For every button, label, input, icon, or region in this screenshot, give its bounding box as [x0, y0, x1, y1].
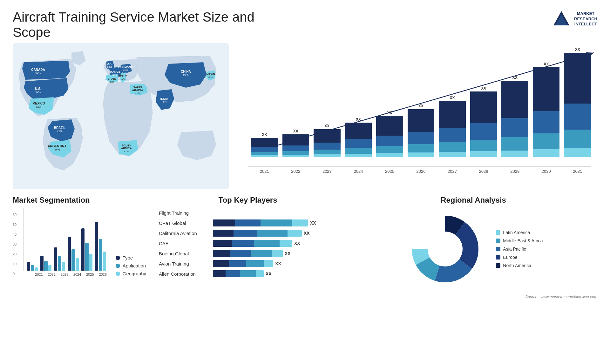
player-bar-inner	[213, 260, 273, 267]
player-bar-cae: XX	[213, 240, 337, 247]
legend-mea: Middle East & Africa	[496, 238, 543, 243]
top-section: CANADA xx% U.S. xx% MEXICO xx% BRAZIL xx…	[0, 43, 610, 189]
player-row-allen: Allen Corporation XX	[159, 270, 337, 277]
svg-text:xx%: xx%	[135, 92, 140, 95]
legend-north-america: North America	[496, 263, 543, 268]
svg-text:AFRICA: AFRICA	[121, 147, 132, 150]
player-bar-california: XX	[213, 230, 337, 237]
player-name-california: California Aviation	[159, 231, 210, 236]
player-name-cae: CAE	[159, 241, 210, 246]
year-label-2022: 2022	[282, 169, 309, 174]
world-map: CANADA xx% U.S. xx% MEXICO xx% BRAZIL xx…	[13, 43, 229, 189]
player-bar-inner	[213, 219, 308, 226]
player-xx: XX	[285, 251, 291, 256]
svg-text:xx%: xx%	[112, 73, 117, 76]
player-row-avion: Avion Training XX	[159, 260, 337, 267]
seg-bar-type	[27, 262, 30, 271]
player-bar-inner	[213, 240, 292, 247]
svg-text:SPAIN: SPAIN	[108, 77, 116, 80]
year-label-2031: 2031	[564, 169, 591, 174]
players-title: Top Key Players	[159, 196, 337, 205]
svg-text:MEXICO: MEXICO	[32, 102, 45, 105]
svg-text:xx%: xx%	[35, 91, 41, 94]
seg-group-2026	[95, 222, 106, 271]
year-label-2030: 2030	[533, 169, 560, 174]
seg-group-2023	[54, 247, 65, 271]
seg-bars-area: 2021 2022 2023 2024 2025 2026	[23, 208, 109, 276]
seg-bar-geo	[35, 267, 38, 271]
player-bar-avion: XX	[213, 260, 337, 267]
latin-color	[496, 230, 500, 235]
seg-group-2022	[40, 256, 51, 271]
player-name-avion: Avion Training	[159, 261, 210, 266]
player-row-flight-training: Flight Training	[159, 209, 337, 216]
svg-text:INDIA: INDIA	[160, 97, 168, 100]
logo: MARKET RESEARCH INTELLECT	[552, 10, 597, 29]
svg-text:xx%: xx%	[208, 76, 213, 78]
seg-y-axis: 60 50 40 30 20 10 0	[13, 213, 17, 276]
logo-text: MARKET RESEARCH INTELLECT	[574, 11, 597, 27]
map-svg: CANADA xx% U.S. xx% MEXICO xx% BRAZIL xx…	[13, 43, 229, 189]
bar-group-2026: XX	[408, 104, 435, 157]
seg-x-labels: 2021 2022 2023 2024 2025 2026	[23, 273, 109, 276]
player-xx: XX	[275, 261, 281, 266]
na-color	[496, 263, 500, 268]
bar-group-2021: XX	[251, 132, 278, 157]
regional-legend: Latin America Middle East & Africa Asia …	[496, 230, 543, 268]
bar-group-2030: XX	[533, 62, 560, 157]
page-title: Aircraft Training Service Market Size an…	[13, 10, 267, 40]
svg-text:xx%: xx%	[36, 105, 41, 108]
player-bar-cpat: XX	[213, 219, 337, 226]
player-bar-inner	[213, 230, 302, 237]
player-row-california: California Aviation XX	[159, 230, 337, 237]
seg-legend: Type Application Geography	[116, 255, 146, 276]
year-label-2023: 2023	[314, 169, 341, 174]
svg-text:xx%: xx%	[162, 100, 166, 103]
svg-text:xx%: xx%	[123, 69, 128, 71]
player-name-cpat: CPaT Global	[159, 220, 210, 226]
year-label-2029: 2029	[501, 169, 528, 174]
svg-text:ITALY: ITALY	[119, 75, 127, 78]
player-name-boeing: Boeing Global	[159, 251, 210, 256]
svg-text:CHINA: CHINA	[181, 70, 191, 73]
player-row-boeing: Boeing Global XX	[159, 250, 337, 257]
app-dot	[116, 264, 120, 268]
svg-text:xx%: xx%	[35, 71, 41, 75]
svg-text:xx%: xx%	[109, 80, 114, 83]
seg-group-2024	[68, 237, 79, 271]
player-name: Flight Training	[159, 210, 210, 216]
bar-group-2022: XX	[282, 129, 309, 157]
player-xx: XX	[294, 241, 300, 246]
bar-year-labels: 2021 2022 2023 2024 2025 2026 2027 2028 …	[248, 169, 591, 174]
source-line: Source : www.marketresearchintellect.com	[0, 293, 610, 300]
donut-svg	[404, 208, 486, 290]
bottom-section: Market Segmentation 60 50 40 30 20 10 0	[0, 189, 610, 293]
svg-text:xx%: xx%	[124, 150, 129, 153]
segmentation-title: Market Segmentation	[13, 196, 146, 205]
svg-text:xx%: xx%	[183, 73, 188, 77]
bar-group-2025: XX	[376, 111, 403, 157]
bar-stack	[251, 138, 278, 157]
svg-text:ARGENTINA: ARGENTINA	[48, 145, 66, 148]
bar-group-2023: XX	[314, 124, 341, 157]
bar-chart-bars: XX XX XX	[248, 46, 591, 167]
year-label-2027: 2027	[439, 169, 466, 174]
seg-legend-geo: Geography	[116, 271, 146, 276]
header: Aircraft Training Service Market Size an…	[0, 0, 610, 43]
donut-hole	[428, 232, 462, 266]
svg-text:xx%: xx%	[107, 65, 112, 68]
logo-icon	[552, 10, 571, 29]
player-xx: XX	[266, 271, 272, 276]
bar-chart-container: XX XX XX	[241, 43, 597, 189]
year-label-2026: 2026	[408, 169, 435, 174]
seg-bar-app	[31, 265, 34, 271]
seg-group-2025	[81, 228, 92, 271]
regional-panel: Regional Analysis	[349, 196, 597, 290]
svg-text:FRANCE: FRANCE	[108, 70, 120, 73]
bar-group-2031: XX	[564, 47, 591, 157]
svg-text:JAPAN: JAPAN	[206, 72, 215, 76]
svg-text:xx%: xx%	[54, 148, 60, 151]
seg-group-2021	[27, 262, 38, 271]
year-label-2025: 2025	[376, 169, 403, 174]
svg-text:CANADA: CANADA	[31, 68, 45, 71]
